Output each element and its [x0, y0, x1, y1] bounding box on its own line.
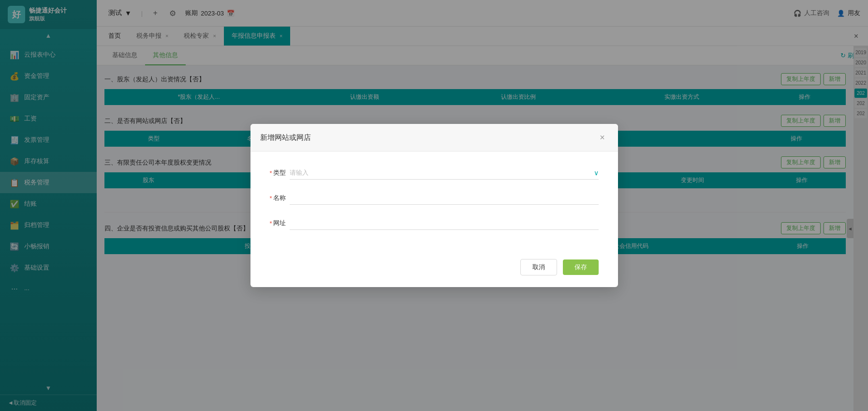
form-group-name: * 名称: [270, 191, 599, 205]
cancel-btn[interactable]: 取消: [520, 259, 557, 275]
type-label: 类型: [273, 168, 286, 177]
url-input[interactable]: [290, 216, 599, 230]
name-input[interactable]: [290, 191, 599, 205]
url-field-wrapper: * 网址: [270, 216, 599, 230]
save-btn[interactable]: 保存: [563, 259, 599, 275]
name-field-wrapper: * 名称: [270, 191, 599, 205]
url-label: 网址: [273, 219, 286, 228]
modal-title: 新增网站或网店: [260, 133, 311, 142]
modal-close-btn[interactable]: ×: [597, 132, 608, 143]
modal-body: * 类型 ∨ * 名称 * 网址: [250, 152, 618, 251]
name-required-mark: *: [270, 195, 272, 202]
type-select-wrapper: * 类型 ∨: [270, 166, 599, 180]
modal-header: 新增网站或网店 ×: [250, 124, 618, 152]
type-input[interactable]: [290, 166, 599, 180]
modal-footer: 取消 保存: [250, 251, 618, 287]
form-group-type: * 类型 ∨: [270, 166, 599, 180]
type-required-mark: *: [270, 169, 272, 177]
add-website-modal: 新增网站或网店 × * 类型 ∨ * 名称: [250, 124, 618, 287]
form-group-url: * 网址: [270, 216, 599, 230]
url-required-mark: *: [270, 220, 272, 227]
modal-overlay: 新增网站或网店 × * 类型 ∨ * 名称: [0, 0, 868, 411]
name-label: 名称: [273, 194, 286, 202]
